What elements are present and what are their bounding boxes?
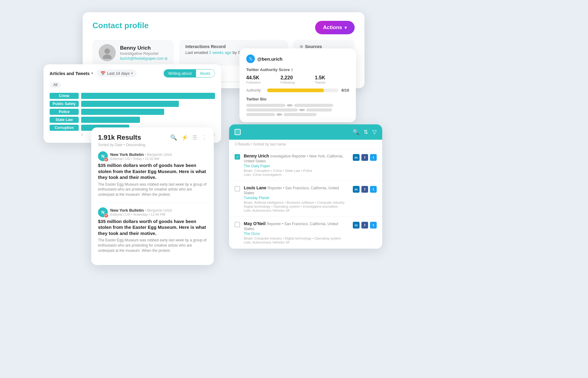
list-icon[interactable]: ☰ [192, 134, 197, 141]
twitter-icon-may[interactable]: t [370, 222, 377, 229]
filter-icon[interactable]: ⚡ [181, 134, 188, 141]
twitter-icon-louis[interactable]: t [370, 186, 377, 193]
article-headline-2[interactable]: $35 million dollars worth of goods have … [98, 218, 207, 236]
chart-row-police: Police [50, 109, 215, 115]
contact-email[interactable]: burich@thedailypaper.com [120, 56, 164, 61]
article-item-1: N B New York Bulletin • Benjamin Urich E… [98, 151, 207, 197]
contact-name-benny: Benny Urich [244, 153, 269, 158]
article-source-name-2: New York Bulletin • Benjamin Urich [110, 208, 172, 213]
interactions-link[interactable]: 2 weeks ago [209, 50, 232, 55]
source-badge-1: B [104, 157, 108, 162]
linkedin-icon-may[interactable]: in [353, 222, 360, 229]
stat-tweets: 1.5K Tweets [315, 75, 349, 84]
facebook-icon-louis[interactable]: f [361, 186, 368, 193]
sort-label: Sorted by Date • Descending [98, 143, 207, 147]
contact-beats-benny: Beats: Corruption • Crime • State Law • … [244, 169, 349, 172]
chart-bar-police [81, 109, 164, 115]
avatar [99, 44, 116, 61]
contact-social-louis: in f t [353, 186, 377, 193]
contact-lists-louis: Lists: Autonomous Vehicles SF [244, 209, 349, 212]
copy-icon[interactable]: ⧉ [165, 56, 168, 61]
facebook-icon-may[interactable]: f [361, 222, 368, 229]
actions-button[interactable]: Actions ▾ [315, 21, 355, 34]
contact-row-louis: Louis Lane Reporter • San Francisco, Cal… [229, 181, 382, 217]
search-header-icon[interactable]: 🔍 [352, 129, 359, 135]
contact-name-louis: Louis Lane [244, 185, 266, 190]
contact-pub-may: The Ocno [244, 232, 349, 236]
article-source-icon-1: N B [98, 151, 108, 161]
contact-role: Investigative Reporter [120, 51, 168, 56]
article-headline-1[interactable]: $35 million dollars worth of goods have … [98, 162, 207, 180]
all-filter-button[interactable]: All [50, 82, 61, 88]
twitter-icon: 𝕏 [246, 55, 255, 63]
chart-row-statelaw: State Law [50, 117, 215, 123]
article-divider [98, 203, 207, 203]
person-info: Benny Urich Investigative Reporter buric… [92, 40, 174, 66]
authority-row: Authority 8/10 [246, 88, 349, 93]
twitter-bio-title: Twitter Bio [246, 97, 349, 101]
contact-checkbox-louis[interactable] [235, 186, 240, 191]
svg-point-1 [103, 55, 111, 59]
contact-name: Benny Urich [120, 45, 168, 51]
chart-label-publicsafety: Public Safety [50, 101, 79, 107]
contact-checkbox-may[interactable] [235, 222, 240, 227]
results-icons: 🔍 ⚡ ☰ ⋮ [170, 134, 207, 141]
contact-row-may: May O'Neil Reporter • San Francisco, Cal… [229, 217, 382, 249]
filter-row: All [43, 81, 221, 90]
twitter-authority-title: Twitter Authority Score ℹ [246, 67, 349, 72]
contact-row-benny: ✓ Benny Urich Investigative Reporter • N… [229, 149, 382, 181]
chart-row-crime: Crime [50, 93, 215, 99]
stat-followers: 44.5K Followers [246, 75, 281, 84]
article-meta-1: Editorial | US • Today • 11:20 AM [110, 157, 172, 161]
contact-beats2-louis: Digital technology • Operating system • … [244, 205, 349, 208]
search-icon[interactable]: 🔍 [170, 134, 177, 141]
calendar-icon: 📅 [100, 71, 105, 76]
contacts-meta: 3 Results • Sorted by last name [229, 140, 382, 149]
twitter-icon-benny[interactable]: t [370, 154, 377, 161]
dropdown-chevron-icon: ▾ [91, 71, 93, 75]
more-icon[interactable]: ⋮ [202, 134, 207, 141]
authority-bar [267, 89, 324, 92]
chart-label-crime: Crime [50, 93, 79, 99]
writing-about-toggle[interactable]: Writing about [164, 70, 196, 77]
article-source-icon-2: N B [98, 207, 108, 217]
authority-score: 8/10 [341, 88, 349, 93]
filter-header-icon[interactable]: ▽ [372, 129, 377, 135]
results-card: 1.91k Results 🔍 ⚡ ☰ ⋮ Sorted by Date • D… [91, 127, 214, 265]
linkedin-icon-louis[interactable]: in [353, 186, 360, 193]
chart-label-corruption: Corruption [50, 125, 79, 131]
header-checkbox[interactable] [235, 129, 241, 135]
contact-lists-may: Lists: Autonomous Vehicles SF [244, 240, 349, 244]
date-filter-button[interactable]: 📅 Last 14 days ▾ [97, 70, 137, 77]
date-chevron-icon: ▾ [131, 71, 133, 75]
contact-lists-benny: Lists: Crime Investigators [244, 173, 349, 176]
article-item-2: N B New York Bulletin • Benjamin Urich E… [98, 207, 207, 253]
beats-toggle[interactable]: Beats [196, 70, 215, 77]
article-snippet-1: The Easter Egg Museum was robbed early l… [98, 182, 207, 197]
facebook-icon-benny[interactable]: f [361, 154, 368, 161]
sort-header-icon[interactable]: ⇅ [364, 129, 368, 135]
chart-row-publicsafety: Public Safety [50, 101, 215, 107]
linkedin-icon-benny[interactable]: in [353, 154, 360, 161]
articles-toolbar: Articles and Tweets ▾ 📅 Last 14 days ▾ W… [43, 64, 221, 81]
results-count: 1.91k Results [98, 134, 141, 142]
chart-bar-publicsafety [81, 101, 179, 107]
twitter-bio-content [246, 104, 349, 116]
articles-dropdown[interactable]: Articles and Tweets ▾ [50, 71, 93, 76]
contact-checkbox-benny[interactable]: ✓ [235, 154, 240, 160]
contact-beats-may: Beats: Computer industry • Digital techn… [244, 236, 349, 240]
chart-label-statelaw: State Law [50, 117, 79, 123]
source-badge-2: B [104, 214, 108, 218]
info-icon: ℹ [291, 68, 293, 72]
article-snippet-2: The Easter Egg Museum was robbed early l… [98, 238, 207, 253]
twitter-handle[interactable]: @ben.urich [257, 56, 282, 62]
results-header: 1.91k Results 🔍 ⚡ ☰ ⋮ [98, 134, 207, 142]
contacts-header: 🔍 ⇅ ▽ [229, 124, 382, 140]
header-icons: 🔍 ⇅ ▽ [352, 129, 377, 135]
twitter-card: 𝕏 @ben.urich Twitter Authority Score ℹ 4… [239, 48, 356, 122]
contact-profile-title: Contact profile [92, 21, 149, 30]
twitter-stats-row: 44.5K Followers 2,220 Following 1.5K Twe… [246, 75, 349, 84]
stat-following: 2,220 Following [281, 75, 315, 84]
contact-pub-benny: The Daily Paper [244, 164, 349, 168]
authority-label: Authority [246, 88, 264, 93]
